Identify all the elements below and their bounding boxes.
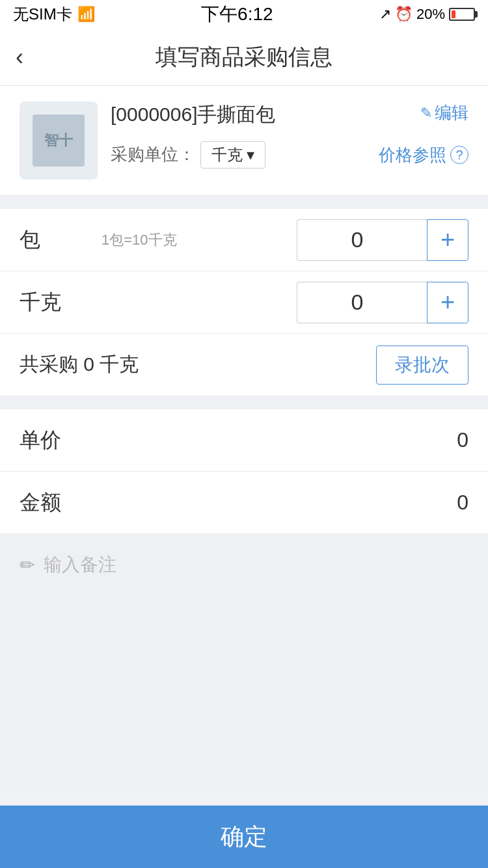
product-card: 智十 [0000006]手撕面包 ✎ 编辑 采购单位： 千克 ▾ 价格参照 ? bbox=[0, 86, 488, 196]
amount-value: 0 bbox=[457, 491, 468, 515]
unit-select[interactable]: 千克 ▾ bbox=[200, 141, 265, 169]
kg-input-right: + bbox=[98, 282, 468, 323]
header: ‹ 填写商品采购信息 bbox=[0, 29, 488, 86]
price-section: 单价 0 金额 0 bbox=[0, 409, 488, 534]
unit-price-label: 单价 bbox=[20, 426, 61, 455]
dropdown-arrow-icon: ▾ bbox=[247, 146, 254, 164]
product-unit-row: 采购单位： 千克 ▾ 价格参照 ? bbox=[111, 141, 468, 169]
kg-quantity-input[interactable] bbox=[297, 282, 427, 323]
unit-price-row: 单价 0 bbox=[0, 409, 488, 472]
note-section[interactable]: ✏ 输入备注 bbox=[0, 534, 488, 595]
back-button[interactable]: ‹ bbox=[16, 44, 23, 71]
amount-label: 金额 bbox=[20, 489, 61, 517]
divider-1 bbox=[0, 196, 488, 209]
price-ref-label: 价格参照 bbox=[379, 144, 446, 167]
edit-label: 编辑 bbox=[435, 102, 468, 124]
bag-sub-label: 1包=10千克 bbox=[102, 230, 177, 250]
page-title: 填写商品采购信息 bbox=[156, 42, 332, 72]
product-thumbnail: 智十 bbox=[20, 102, 98, 180]
edit-icon: ✎ bbox=[420, 105, 432, 122]
kg-input-row: 千克 + bbox=[0, 271, 488, 334]
bag-input-row: 包 1包=10千克 + bbox=[0, 209, 488, 271]
bag-input-right: + bbox=[177, 219, 468, 261]
divider-2 bbox=[0, 396, 488, 409]
product-header: [0000006]手撕面包 ✎ 编辑 bbox=[111, 102, 468, 128]
battery-percent: 20% bbox=[416, 6, 445, 23]
confirm-label: 确定 bbox=[221, 821, 267, 853]
unit-left: 采购单位： 千克 ▾ bbox=[111, 141, 265, 169]
bag-quantity-input[interactable] bbox=[297, 219, 427, 261]
carrier-label: 无SIM卡 bbox=[13, 4, 72, 25]
product-info: [0000006]手撕面包 ✎ 编辑 采购单位： 千克 ▾ 价格参照 ? bbox=[111, 102, 468, 169]
price-ref-help-icon: ? bbox=[450, 146, 468, 164]
kg-label: 千克 bbox=[20, 288, 98, 317]
unit-label: 采购单位： bbox=[111, 144, 195, 164]
edit-button[interactable]: ✎ 编辑 bbox=[420, 102, 468, 124]
status-left: 无SIM卡 📶 bbox=[13, 4, 95, 25]
kg-plus-button[interactable]: + bbox=[427, 282, 468, 323]
product-thumb-text: 智十 bbox=[33, 115, 85, 167]
amount-row: 金额 0 bbox=[0, 472, 488, 534]
confirm-button[interactable]: 确定 bbox=[0, 806, 488, 868]
wifi-icon: 📶 bbox=[77, 6, 95, 23]
input-section: 包 1包=10千克 + 千克 + 共采购 0 千克 录批次 bbox=[0, 209, 488, 396]
bag-plus-button[interactable]: + bbox=[427, 219, 468, 261]
alarm-icon: ⏰ bbox=[395, 6, 413, 23]
time-label: 下午6:12 bbox=[201, 2, 273, 27]
location-icon: ↗ bbox=[379, 6, 391, 23]
unit-value: 千克 bbox=[211, 144, 243, 165]
unit-price-value: 0 bbox=[457, 428, 468, 452]
summary-row: 共采购 0 千克 录批次 bbox=[0, 334, 488, 396]
batch-button[interactable]: 录批次 bbox=[376, 346, 468, 385]
pencil-icon: ✏ bbox=[20, 554, 34, 576]
battery-icon bbox=[449, 8, 475, 21]
note-placeholder: 输入备注 bbox=[44, 552, 116, 577]
bottom-area bbox=[0, 595, 488, 791]
bag-label: 包 bbox=[20, 226, 98, 254]
status-right: ↗ ⏰ 20% bbox=[379, 6, 475, 23]
price-ref-button[interactable]: 价格参照 ? bbox=[379, 144, 468, 167]
battery-fill bbox=[452, 10, 455, 18]
summary-text: 共采购 0 千克 bbox=[20, 351, 139, 378]
product-name: [0000006]手撕面包 bbox=[111, 102, 420, 128]
status-bar: 无SIM卡 📶 下午6:12 ↗ ⏰ 20% bbox=[0, 0, 488, 29]
